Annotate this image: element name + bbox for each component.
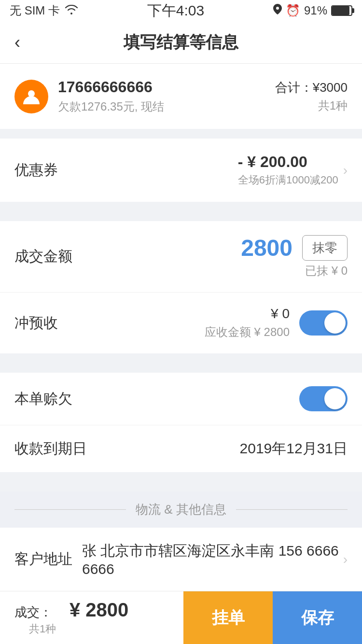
address-chevron-icon: › <box>343 552 348 567</box>
carrier-label: 无 SIM 卡 <box>10 3 60 18</box>
arrears-label: 本单赊欠 <box>14 389 72 409</box>
battery-percentage: 91% <box>304 4 327 17</box>
coupon-row[interactable]: 优惠券 - ¥ 200.00 全场6折满1000减200 › <box>0 139 362 202</box>
prepayment-amount: ¥ 0 <box>271 306 290 322</box>
prepayment-label: 冲预收 <box>14 313 58 333</box>
separator-2 <box>0 363 362 373</box>
customer-row: 17666666666 欠款1276.35元, 现结 合计：¥3000 共1种 <box>14 78 348 114</box>
location-icon <box>273 4 282 17</box>
bottom-bar: 成交： ¥ 2800 共1种 挂单 保存 <box>0 591 362 644</box>
amount-display: 2800 抹零 <box>241 235 348 261</box>
coupon-right: - ¥ 200.00 全场6折满1000减200 › <box>238 153 348 187</box>
total-label: 合计：¥3000 <box>275 79 348 96</box>
status-bar: 无 SIM 卡 下午4:03 ⏰ 91% <box>0 0 362 21</box>
coupon-chevron-icon: › <box>343 163 348 178</box>
due-date-label: 收款到期日 <box>14 439 87 459</box>
battery-icon <box>331 5 352 16</box>
section-divider-label: 物流 & 其他信息 <box>136 501 226 518</box>
total-count: 共1种 <box>275 98 348 113</box>
svg-point-0 <box>28 90 35 97</box>
form-section: 成交金额 2800 抹零 已抹 ¥ 0 冲预收 ¥ 0 应收金额 ¥ 2800 <box>0 221 362 353</box>
separator-1 <box>0 211 362 221</box>
round-button[interactable]: 抹零 <box>302 235 348 261</box>
content: 17666666666 欠款1276.35元, 现结 合计：¥3000 共1种 … <box>0 64 362 644</box>
wifi-icon <box>65 4 78 17</box>
alarm-icon: ⏰ <box>286 4 300 17</box>
arrears-section: 本单赊欠 收款到期日 2019年12月31日 <box>0 373 362 472</box>
customer-debt: 欠款1276.35元, 现结 <box>58 99 164 114</box>
deal-amount-label: 成交金额 <box>14 247 72 266</box>
customer-info: 17666666666 欠款1276.35元, 现结 <box>58 78 164 114</box>
coupon-amount: - ¥ 200.00 <box>238 153 338 171</box>
due-date-row: 收款到期日 2019年12月31日 <box>0 425 362 472</box>
customer-left: 17666666666 欠款1276.35元, 现结 <box>14 78 164 114</box>
arrears-row: 本单赊欠 <box>0 373 362 425</box>
customer-info-card: 17666666666 欠款1276.35元, 现结 合计：¥3000 共1种 <box>0 64 362 129</box>
arrears-toggle[interactable] <box>299 386 348 411</box>
prepayment-sub: 应收金额 ¥ 2800 <box>205 324 290 340</box>
status-bar-right: ⏰ 91% <box>273 4 352 17</box>
avatar <box>14 80 48 113</box>
save-button[interactable]: 保存 <box>273 591 362 644</box>
back-button[interactable]: ‹ <box>10 28 25 57</box>
status-bar-time: 下午4:03 <box>147 1 204 21</box>
due-date-value: 2019年12月31日 <box>240 439 348 459</box>
coupon-desc: 全场6折满1000减200 <box>238 173 338 187</box>
prepayment-right: ¥ 0 应收金额 ¥ 2800 <box>205 306 290 340</box>
coupon-info: - ¥ 200.00 全场6折满1000减200 <box>238 153 338 187</box>
deal-amount-sub: 已抹 ¥ 0 <box>305 263 348 279</box>
hold-button[interactable]: 挂单 <box>183 591 273 644</box>
customer-phone: 17666666666 <box>58 78 164 96</box>
nav-bar: ‹ 填写结算等信息 <box>0 21 362 64</box>
logistics-divider: 物流 & 其他信息 <box>0 491 362 528</box>
deal-amount-row: 成交金额 2800 抹零 已抹 ¥ 0 <box>0 221 362 293</box>
customer-right: 合计：¥3000 共1种 <box>275 79 348 113</box>
separator-3 <box>0 482 362 491</box>
deal-amount-value: 2800 <box>241 235 292 261</box>
address-row[interactable]: 客户地址 张 北京市市辖区海淀区永丰南 156 6666 6666 › <box>0 528 362 591</box>
prepayment-toggle[interactable] <box>299 310 348 336</box>
nav-title: 填写结算等信息 <box>124 31 238 54</box>
bottom-deal-label: 成交： <box>14 604 52 621</box>
bottom-count: 共1种 <box>14 622 169 636</box>
bottom-summary: 成交： ¥ 2800 共1种 <box>0 599 183 636</box>
address-label: 客户地址 <box>14 549 72 569</box>
bottom-deal-amount: ¥ 2800 <box>55 599 169 621</box>
prepayment-row: 冲预收 ¥ 0 应收金额 ¥ 2800 <box>0 293 362 353</box>
coupon-label: 优惠券 <box>14 160 58 180</box>
status-bar-left: 无 SIM 卡 <box>10 3 78 18</box>
address-value: 张 北京市市辖区海淀区永丰南 156 6666 6666 <box>82 541 343 577</box>
